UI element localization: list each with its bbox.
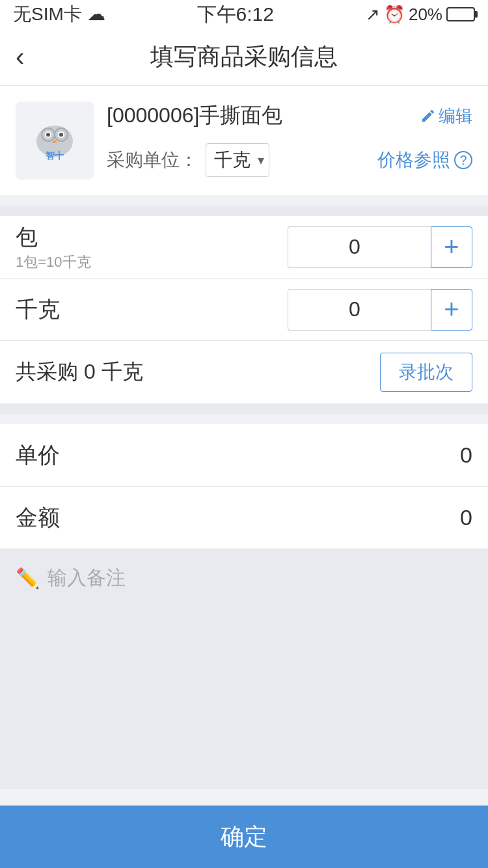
batch-button[interactable]: 录批次 <box>380 353 472 392</box>
edit-button[interactable]: 编辑 <box>420 105 472 128</box>
status-time: 下午6:12 <box>197 1 274 28</box>
kg-input-group: + <box>288 289 472 331</box>
confirm-label: 确定 <box>221 821 267 853</box>
unit-row: 采购单位： 千克 价格参照 ? <box>107 143 472 177</box>
section-divider-2 <box>0 403 488 414</box>
product-thumb-icon: 智十 <box>29 112 81 170</box>
battery-percent: 20% <box>409 5 442 25</box>
price-row: 单价 0 <box>0 424 488 487</box>
bag-input[interactable] <box>288 226 431 268</box>
bag-label: 包 1包=10千克 <box>16 223 91 272</box>
info-section: 单价 0 金额 0 <box>0 424 488 549</box>
svg-text:智十: 智十 <box>45 150 64 161</box>
section-divider-1 <box>0 206 488 216</box>
status-left: 无SIM卡 ☁ <box>13 2 105 27</box>
note-section[interactable]: ✏️ 输入备注 <box>0 549 488 607</box>
amount-row: 金额 0 <box>0 487 488 549</box>
unit-label: 采购单位： <box>107 148 198 172</box>
nav-bar: ‹ 填写商品采购信息 <box>0 29 488 86</box>
kg-label: 千克 <box>16 295 60 325</box>
svg-point-5 <box>46 133 50 137</box>
content-fill <box>0 607 488 789</box>
location-icon: ↗ <box>366 5 380 25</box>
price-label: 单价 <box>16 441 60 470</box>
kg-plus-button[interactable]: + <box>431 289 472 331</box>
amount-label: 金额 <box>16 503 60 533</box>
status-bar: 无SIM卡 ☁ 下午6:12 ↗ ⏰ 20% <box>0 0 488 29</box>
price-ref-button[interactable]: 价格参照 ? <box>377 148 472 172</box>
product-name: [0000006]手撕面包 <box>107 102 282 130</box>
svg-point-6 <box>59 133 63 137</box>
summary-text: 共采购 0 千克 <box>16 358 143 387</box>
kg-input[interactable] <box>288 289 431 331</box>
summary-row: 共采购 0 千克 录批次 <box>0 341 488 403</box>
note-placeholder: 输入备注 <box>47 565 126 591</box>
kg-input-row: 千克 + <box>0 278 488 341</box>
battery-icon <box>446 7 475 21</box>
price-value: 0 <box>460 442 472 468</box>
summary-value: 0 <box>84 360 96 383</box>
note-icon: ✏️ <box>16 567 40 590</box>
price-ref-icon: ? <box>454 151 472 169</box>
amount-value: 0 <box>460 505 472 530</box>
bag-input-group: + <box>288 226 472 268</box>
bag-input-row: 包 1包=10千克 + <box>0 216 488 278</box>
confirm-button[interactable]: 确定 <box>0 806 488 868</box>
product-card: 智十 [0000006]手撕面包 编辑 采购单位： 千克 价格参照 ? <box>0 86 488 195</box>
status-right: ↗ ⏰ 20% <box>366 5 475 25</box>
unit-select[interactable]: 千克 <box>206 143 269 177</box>
product-name-row: [0000006]手撕面包 编辑 <box>107 102 472 130</box>
product-thumbnail: 智十 <box>16 102 94 180</box>
alarm-icon: ⏰ <box>384 5 405 25</box>
bag-input-section: 包 1包=10千克 + 千克 + <box>0 216 488 341</box>
unit-select-wrap[interactable]: 千克 <box>206 143 269 177</box>
sim-status: 无SIM卡 ☁ <box>13 2 105 27</box>
bag-plus-button[interactable]: + <box>431 226 472 268</box>
back-button[interactable]: ‹ <box>16 42 24 72</box>
page-title: 填写商品采购信息 <box>150 41 338 73</box>
product-info: [0000006]手撕面包 编辑 采购单位： 千克 价格参照 ? <box>107 102 472 177</box>
